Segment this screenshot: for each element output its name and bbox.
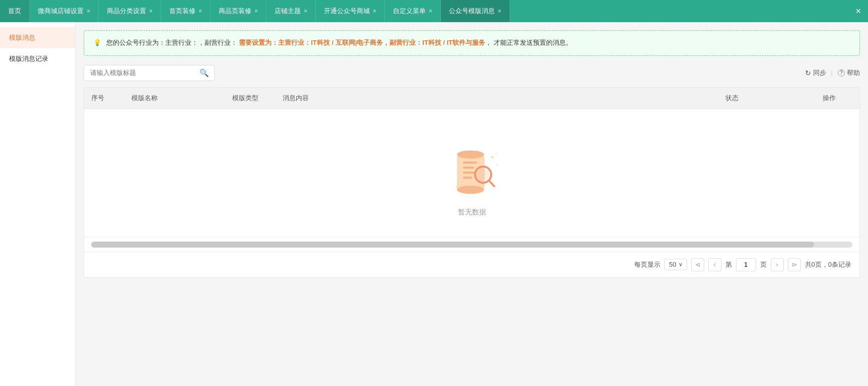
svg-point-9: [477, 169, 489, 181]
svg-point-11: [491, 156, 494, 159]
page-size-chevron: ∨: [679, 261, 683, 268]
th-content: 消息内容: [276, 88, 718, 109]
th-action: 操作: [799, 88, 859, 109]
sync-icon: ↻: [805, 69, 811, 77]
empty-text: 暂无数据: [458, 208, 486, 217]
search-row: 🔍 ↻ 同步 | ? 帮助: [84, 65, 860, 81]
page-summary: 共0页，0条记录: [805, 260, 851, 269]
nav-label-home-decoration: 首页装修: [169, 7, 195, 16]
nav-close-custom-menu[interactable]: ×: [429, 8, 432, 15]
svg-rect-6: [463, 172, 476, 174]
page-label-pre: 第: [725, 260, 732, 269]
nav-item-category-settings[interactable]: 商品分类设置 ×: [99, 0, 161, 22]
nav-label-shop-theme: 店铺主题: [275, 7, 301, 16]
svg-point-13: [495, 152, 497, 154]
data-table: 序号 模版名称 模版类型 消息内容 状态 操作: [84, 87, 860, 278]
main-content: 💡 您的公众号行业为：主营行业：，副营行业： 需要设置为：主营行业：IT科技 /…: [76, 22, 868, 386]
svg-rect-4: [463, 162, 477, 164]
nav-item-shop-theme[interactable]: 店铺主题 ×: [266, 0, 316, 22]
toolbar-divider: |: [831, 69, 833, 76]
table-header: 序号 模版名称 模版类型 消息内容 状态 操作: [84, 88, 859, 109]
sidebar-item-template-log[interactable]: 模版消息记录: [0, 48, 75, 69]
toolbar-right: ↻ 同步 | ? 帮助: [805, 68, 860, 78]
nav-label-product-decoration: 商品页装修: [219, 7, 251, 16]
page-number-input[interactable]: [736, 258, 756, 271]
nav-item-template-msg[interactable]: 公众号模版消息 ×: [441, 0, 510, 22]
notice-text-after: 才能正常发送预置的消息。: [494, 39, 572, 46]
nav-label-open-mall: 开通公众号商城: [324, 7, 370, 16]
search-input[interactable]: [84, 65, 194, 80]
pagination: 每页显示 50 ∨ ⊲ ‹ 第 页 › ⊳ 共0页，0条记录: [84, 252, 859, 277]
page-prev-button[interactable]: ‹: [708, 258, 721, 271]
search-input-wrap: 🔍: [84, 65, 215, 81]
global-close-icon[interactable]: ×: [848, 0, 868, 22]
svg-rect-5: [463, 167, 474, 169]
nav-item-shop-settings[interactable]: 微商城店铺设置 ×: [30, 0, 99, 22]
nav-close-open-mall[interactable]: ×: [373, 8, 376, 15]
nav-close-template-msg[interactable]: ×: [498, 8, 501, 15]
nav-close-shop-settings[interactable]: ×: [87, 8, 90, 15]
page-size-label: 每页显示: [634, 260, 660, 269]
svg-point-2: [457, 150, 484, 159]
svg-line-10: [489, 180, 494, 186]
help-icon: ?: [838, 69, 845, 76]
nav-item-product-decoration[interactable]: 商品页装修 ×: [211, 0, 266, 22]
nav-close-shop-theme[interactable]: ×: [304, 8, 307, 15]
horizontal-scrollbar[interactable]: [91, 242, 852, 248]
nav-close-home-decoration[interactable]: ×: [198, 8, 202, 15]
th-status: 状态: [718, 88, 799, 109]
empty-state: 暂无数据: [84, 109, 859, 237]
th-type: 模版类型: [225, 88, 276, 109]
sync-label: 同步: [813, 68, 826, 78]
nav-label-home: 首页: [8, 7, 21, 16]
svg-point-12: [496, 164, 498, 166]
sidebar-item-template-msg[interactable]: 模版消息: [0, 27, 75, 48]
top-nav: 首页 微商城店铺设置 × 商品分类设置 × 首页装修 × 商品页装修 × 店铺主…: [0, 0, 868, 22]
page-next-button[interactable]: ›: [771, 258, 784, 271]
svg-point-3: [457, 186, 484, 194]
page-size-select[interactable]: 50 ∨: [664, 259, 687, 270]
notice-icon: 💡: [93, 39, 101, 46]
svg-rect-7: [463, 177, 472, 179]
nav-label-shop-settings: 微商城店铺设置: [38, 7, 84, 16]
nav-close-product-decoration[interactable]: ×: [254, 8, 258, 15]
nav-item-home-decoration[interactable]: 首页装修 ×: [161, 0, 211, 22]
search-button[interactable]: 🔍: [194, 65, 214, 81]
th-name: 模版名称: [124, 88, 225, 109]
sync-button[interactable]: ↻ 同步: [805, 68, 826, 78]
page-label-post: 页: [760, 260, 767, 269]
scroll-thumb[interactable]: [91, 242, 814, 248]
page-first-button[interactable]: ⊲: [691, 258, 704, 271]
notice-highlight: 需要设置为：主营行业：IT科技 / 互联网|电子商务，副营行业：IT科技 / I…: [239, 39, 492, 46]
main-layout: 模版消息 模版消息记录 💡 您的公众号行业为：主营行业：，副营行业： 需要设置为…: [0, 22, 868, 386]
page-last-button[interactable]: ⊳: [788, 258, 801, 271]
th-seq: 序号: [84, 88, 124, 109]
nav-label-category-settings: 商品分类设置: [107, 7, 146, 16]
nav-item-custom-menu[interactable]: 自定义菜单 ×: [385, 0, 441, 22]
sidebar: 模版消息 模版消息记录: [0, 22, 76, 386]
notice-box: 💡 您的公众号行业为：主营行业：，副营行业： 需要设置为：主营行业：IT科技 /…: [84, 30, 860, 56]
nav-label-template-msg: 公众号模版消息: [449, 7, 495, 16]
nav-item-home[interactable]: 首页: [0, 0, 30, 22]
notice-text-before: 您的公众号行业为：主营行业：，副营行业：: [106, 39, 237, 46]
nav-close-category-settings[interactable]: ×: [149, 8, 153, 15]
nav-label-custom-menu: 自定义菜单: [393, 7, 426, 16]
nav-item-open-mall[interactable]: 开通公众号商城 ×: [316, 0, 385, 22]
scroll-bar-row: [84, 237, 859, 252]
help-button[interactable]: ? 帮助: [838, 68, 860, 78]
search-icon: 🔍: [199, 68, 209, 77]
page-size-value: 50: [669, 261, 676, 268]
empty-illustration: [442, 139, 502, 200]
help-label: 帮助: [847, 68, 860, 78]
